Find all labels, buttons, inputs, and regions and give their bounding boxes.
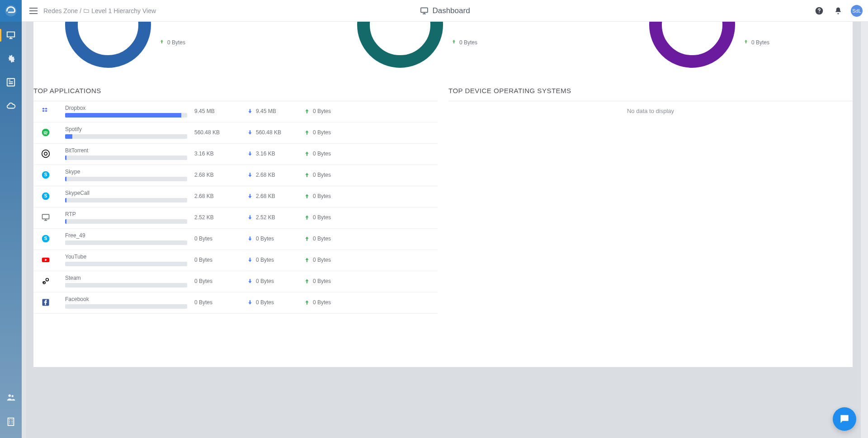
bell-icon	[834, 6, 843, 15]
app-row[interactable]: Steam0 Bytes0 Bytes0 Bytes	[33, 271, 438, 292]
app-name: RTP	[65, 211, 187, 217]
menu-toggle[interactable]	[27, 5, 40, 17]
app-upload: 0 Bytes	[304, 235, 349, 242]
page-title: Dashboard	[420, 6, 470, 15]
app-row[interactable]: RTP2.52 KB2.52 KB0 Bytes	[33, 207, 438, 229]
arrow-down-icon	[247, 151, 253, 157]
app-row[interactable]: YouTube0 Bytes0 Bytes0 Bytes	[33, 250, 438, 271]
app-download: 0 Bytes	[247, 257, 297, 263]
donut-1: 0 Bytes	[65, 22, 237, 76]
donut-3: 0 Bytes	[649, 22, 821, 76]
arrow-down-icon	[247, 299, 253, 306]
top-bar: Redes Zone / Level 1 Hierarchy View Dash…	[22, 0, 868, 22]
scrollbar-left[interactable]	[22, 22, 26, 438]
arrow-up-icon	[304, 108, 310, 114]
chat-icon	[839, 413, 850, 425]
app-download: 9.45 MB	[247, 108, 297, 114]
nav-cloud[interactable]	[0, 97, 22, 115]
top-applications-panel: TOP APPLICATIONS Dropbox9.45 MB9.45 MB0 …	[33, 87, 438, 314]
arrow-down-icon	[247, 278, 253, 284]
app-name: Steam	[65, 275, 187, 281]
app-upload: 0 Bytes	[304, 299, 349, 306]
app-name: Skype	[65, 169, 187, 175]
app-name: Spotify	[65, 126, 187, 132]
app-row[interactable]: BitTorrent3.16 KB3.16 KB0 Bytes	[33, 144, 438, 165]
top-os-panel: TOP DEVICE OPERATING SYSTEMS No data to …	[448, 87, 853, 314]
breadcrumb: Redes Zone / Level 1 Hierarchy View	[43, 7, 156, 14]
app-row[interactable]: SFree_490 Bytes0 Bytes0 Bytes	[33, 229, 438, 250]
donut-1-legend: 0 Bytes	[167, 39, 185, 46]
arrow-up-icon	[304, 172, 310, 178]
app-name: SkypeCall	[65, 190, 187, 196]
top-applications-list: Dropbox9.45 MB9.45 MB0 BytesSpotify560.4…	[33, 101, 438, 314]
app-name: Dropbox	[65, 105, 187, 111]
app-icon	[33, 297, 58, 307]
app-icon	[33, 106, 58, 116]
svg-text:S: S	[44, 236, 47, 241]
svg-point-7	[42, 129, 50, 137]
content-scroll: 0 Bytes 0 Bytes 0 Bytes TOP APPLICATIONS…	[22, 22, 868, 438]
app-upload: 0 Bytes	[304, 108, 349, 114]
svg-text:S: S	[44, 172, 47, 177]
donut-row: 0 Bytes 0 Bytes 0 Bytes	[33, 22, 853, 76]
arrow-down-icon	[247, 214, 253, 221]
app-row[interactable]: SSkype2.68 KB2.68 KB0 Bytes	[33, 165, 438, 186]
app-row[interactable]: SSkypeCall2.68 KB2.68 KB0 Bytes	[33, 186, 438, 207]
gear-icon	[6, 54, 16, 64]
dashboard-card: 0 Bytes 0 Bytes 0 Bytes TOP APPLICATIONS…	[33, 22, 853, 367]
app-total: 0 Bytes	[194, 278, 240, 284]
top-applications-title: TOP APPLICATIONS	[33, 87, 438, 101]
breadcrumb-current[interactable]: Level 1 Hierarchy View	[91, 7, 156, 14]
nav-reports[interactable]	[0, 73, 22, 91]
svg-point-3	[11, 395, 13, 397]
app-icon	[33, 149, 58, 159]
app-usage-bar	[65, 177, 187, 181]
page-title-text: Dashboard	[432, 6, 470, 15]
app-total: 2.52 KB	[194, 214, 240, 221]
donut-2-legend: 0 Bytes	[459, 39, 477, 46]
app-icon: S	[33, 191, 58, 201]
app-total: 3.16 KB	[194, 151, 240, 157]
app-total: 0 Bytes	[194, 235, 240, 242]
nav-dashboard[interactable]	[0, 26, 22, 44]
app-total: 560.48 KB	[194, 129, 240, 136]
brand-logo[interactable]	[0, 0, 22, 22]
left-nav-rail	[0, 0, 22, 438]
app-download: 3.16 KB	[247, 151, 297, 157]
arrow-down-icon	[247, 108, 253, 114]
app-row[interactable]: Dropbox9.45 MB9.45 MB0 Bytes	[33, 101, 438, 122]
arrow-up-icon	[304, 299, 310, 306]
app-usage-bar	[65, 198, 187, 203]
app-usage-bar	[65, 134, 187, 139]
app-upload: 0 Bytes	[304, 257, 349, 263]
app-total: 9.45 MB	[194, 108, 240, 114]
chat-fab[interactable]	[833, 407, 856, 431]
arrow-down-icon	[247, 129, 253, 136]
folder-icon	[83, 8, 90, 14]
app-usage-bar	[65, 219, 187, 224]
monitor-icon	[6, 30, 16, 40]
help-icon	[815, 6, 824, 15]
nav-settings[interactable]	[0, 50, 22, 68]
app-row[interactable]: Facebook0 Bytes0 Bytes0 Bytes	[33, 292, 438, 314]
app-name: Free_49	[65, 232, 187, 239]
app-total: 2.68 KB	[194, 193, 240, 199]
app-download: 560.48 KB	[247, 129, 297, 136]
app-upload: 0 Bytes	[304, 193, 349, 199]
monitor-icon	[420, 6, 429, 15]
nav-org[interactable]	[0, 413, 22, 431]
app-upload: 0 Bytes	[304, 278, 349, 284]
app-usage-bar	[65, 240, 187, 245]
nav-users[interactable]	[0, 388, 22, 406]
avatar[interactable]: SdL	[851, 5, 863, 17]
app-row[interactable]: Spotify560.48 KB560.48 KB0 Bytes	[33, 122, 438, 144]
app-download: 2.68 KB	[247, 172, 297, 178]
building-icon	[6, 417, 16, 427]
arrow-down-icon	[247, 172, 253, 178]
app-download: 2.52 KB	[247, 214, 297, 221]
breadcrumb-root[interactable]: Redes Zone	[43, 7, 78, 14]
notifications-button[interactable]	[832, 5, 844, 17]
app-usage-bar	[65, 304, 187, 309]
help-button[interactable]	[813, 5, 826, 17]
donut-2: 0 Bytes	[357, 22, 529, 76]
